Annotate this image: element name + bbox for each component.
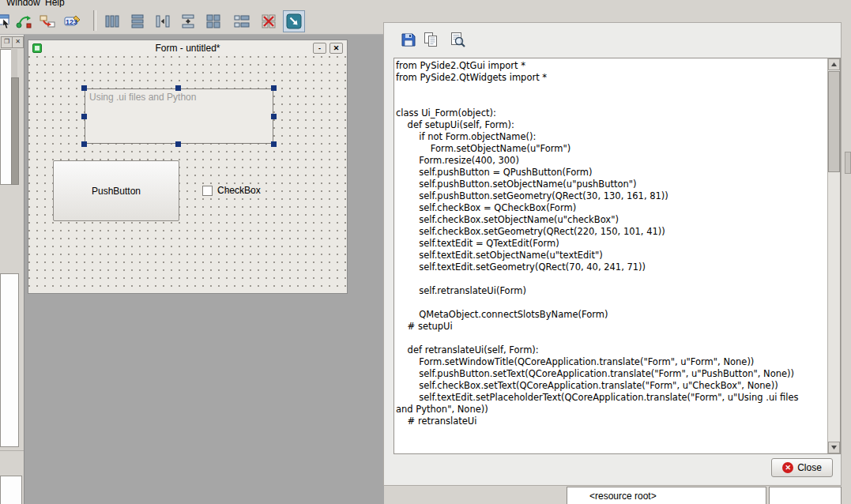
break-layout-icon <box>260 13 277 30</box>
break-layout-button[interactable] <box>258 10 280 32</box>
edit-tab-order-button[interactable]: 123 <box>62 10 84 32</box>
code-area[interactable]: from PySide2.QtGui import * from PySide2… <box>393 58 841 454</box>
layout-vertically-icon <box>129 13 146 30</box>
code-scrollbar[interactable] <box>827 58 840 453</box>
edit-buddies-icon <box>39 13 56 30</box>
selection-handle-middle-right[interactable] <box>271 114 277 119</box>
resource-root-item[interactable]: <resource root> <box>589 491 657 502</box>
save-button[interactable] <box>398 29 419 50</box>
layout-horizontally-button[interactable] <box>101 10 123 32</box>
dock-separator <box>0 450 24 451</box>
pushbutton-widget[interactable]: PushButton <box>53 160 179 221</box>
resource-side-panel <box>769 487 842 504</box>
widget-box-scrollbar-thumb[interactable] <box>11 77 19 185</box>
close-button[interactable]: ✕ <box>329 43 343 54</box>
left-dock-panel-bottom <box>0 476 22 504</box>
layout-horizontally-icon <box>104 13 121 30</box>
copy-icon <box>422 31 439 48</box>
edit-widgets-icon <box>0 13 13 30</box>
toolbar-separator <box>93 10 96 31</box>
code-scrollbar-thumb[interactable] <box>828 71 840 172</box>
selection-handle-bottom-middle[interactable] <box>175 141 181 147</box>
scroll-down-arrow[interactable] <box>828 442 840 453</box>
form-title: Form - untitled* <box>155 43 220 54</box>
dock-float-button[interactable]: ❐ <box>1 36 13 48</box>
adjust-size-icon <box>285 13 303 30</box>
form-canvas[interactable]: Using .ui files and Python PushButton Ch… <box>28 56 347 293</box>
selection-handle-middle-left[interactable] <box>81 114 87 119</box>
menubar: Window Help <box>0 0 851 7</box>
widget-box-panel <box>0 49 12 185</box>
left-dock-panel <box>0 273 19 447</box>
qt-designer-window: Window Help <box>0 0 851 504</box>
form-editor-window[interactable]: Form - untitled* - ✕ Using .ui files and… <box>28 39 348 294</box>
adjust-size-button[interactable] <box>283 10 305 32</box>
checkbox-indicator[interactable] <box>202 186 213 196</box>
minimize-button[interactable]: - <box>313 43 326 54</box>
dock-close-button[interactable]: ✕ <box>12 36 24 48</box>
selection-handle-top-middle[interactable] <box>175 85 181 91</box>
selection-handle-bottom-left[interactable] <box>81 141 87 147</box>
tab-order-label: 123 <box>66 18 77 26</box>
scroll-up-arrow[interactable] <box>828 58 840 70</box>
edit-buddies-button[interactable] <box>36 10 58 32</box>
resource-tree-panel: <resource root> <box>567 487 766 504</box>
close-dialog-button[interactable]: ✕ Close <box>771 458 833 477</box>
close-x-icon: ✕ <box>782 462 793 473</box>
find-icon <box>449 31 466 48</box>
form-title-bar[interactable]: Form - untitled* - ✕ <box>28 40 347 57</box>
textedit-widget[interactable]: Using .ui files and Python <box>85 88 273 144</box>
selection-handle-bottom-right[interactable] <box>271 141 277 147</box>
layout-vertically-button[interactable] <box>126 10 149 32</box>
edit-signals-slots-button[interactable] <box>13 10 35 32</box>
layout-horizontal-splitter-icon <box>154 13 171 30</box>
layout-grid-button[interactable] <box>202 10 224 32</box>
code-text[interactable]: from PySide2.QtGui import * from PySide2… <box>396 60 826 452</box>
layout-vertical-splitter-button[interactable] <box>177 10 199 32</box>
close-button-label: Close <box>797 462 822 473</box>
save-icon <box>400 31 417 48</box>
layout-form-icon <box>233 13 250 30</box>
find-button[interactable] <box>447 29 468 50</box>
copy-button[interactable] <box>420 29 441 50</box>
checkbox-widget[interactable]: CheckBox <box>202 184 261 197</box>
textedit-placeholder: Using .ui files and Python <box>89 92 196 103</box>
menu-help[interactable]: Help <box>45 0 65 7</box>
menu-window[interactable]: Window <box>6 0 40 7</box>
layout-grid-icon <box>205 13 222 30</box>
pushbutton-label: PushButton <box>92 186 141 197</box>
edit-signals-slots-icon <box>15 13 32 30</box>
checkbox-label: CheckBox <box>217 185 261 196</box>
selection-handle-top-left[interactable] <box>81 85 87 91</box>
layout-vertical-splitter-icon <box>179 13 197 30</box>
designer-form-icon <box>32 43 42 53</box>
right-edge-scrollbar-fragment[interactable] <box>845 152 851 174</box>
code-preview-dialog: from PySide2.QtGui import * from PySide2… <box>383 22 842 486</box>
selection-handle-top-right[interactable] <box>271 85 277 91</box>
layout-form-button[interactable] <box>231 10 253 32</box>
layout-horizontal-splitter-button[interactable] <box>152 10 174 32</box>
